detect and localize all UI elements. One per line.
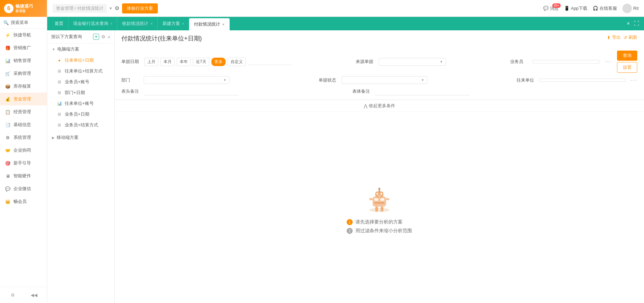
svg-rect-9 [379, 189, 380, 192]
scheme-item-counterpart-settle[interactable]: ⊞ 往来单位+结算方式 [47, 66, 114, 77]
page-header: 付款情况统计(往来单位+日期) ⬆ 导出 ↺ 刷新 [115, 30, 644, 47]
search-icon: 🔍 [3, 20, 9, 25]
quicknav-icon: ⚡ [5, 32, 11, 38]
sidebar-collapse-btn[interactable]: ◀◀ [25, 291, 44, 300]
sidebar-item-label: 快捷导航 [13, 32, 31, 38]
topbar-dropdown-btn[interactable]: ▾ [110, 6, 112, 11]
tab-receipts-label: 收款情况统计 [122, 21, 148, 27]
date-custom-btn[interactable]: 自定义 [228, 58, 246, 66]
counterpart-more-btn[interactable]: ··· [631, 77, 637, 83]
logo-icon: 6 [4, 4, 13, 13]
date-last-month-btn[interactable]: 上月 [144, 58, 158, 66]
scheme-item-counterpart-date[interactable]: ● 往来单位+日期 [47, 55, 114, 66]
refresh-button[interactable]: ↺ 刷新 [623, 34, 637, 40]
sidebar-item-marketing[interactable]: 🎁 营销推广 [0, 41, 47, 54]
tab-receipts-close[interactable]: × [150, 22, 152, 26]
sidebar-item-system[interactable]: ⚙ 系统管理 [0, 131, 47, 144]
scheme-item-salesman-account[interactable]: ⊞ 业务员+账号 [47, 77, 114, 87]
page-title: 付款情况统计(往来单位+日期) [121, 34, 202, 42]
scheme-collapse-btn[interactable]: « [108, 34, 110, 39]
svg-rect-11 [369, 198, 373, 200]
collapse-more-btn[interactable]: ⋀ 收起更多条件 [115, 100, 644, 112]
app-download-btn[interactable]: 📱 App下载 [564, 5, 587, 11]
tab-cashflow-close[interactable]: × [110, 22, 112, 26]
sidebar-item-company[interactable]: 🤝 企业协同 [0, 144, 47, 157]
body-note-input[interactable] [375, 87, 470, 95]
sidebar-item-basic[interactable]: 📑 基础信息 [0, 118, 47, 131]
scheme-item-dept-date[interactable]: ⊞ 部门+日期 [47, 87, 114, 98]
tab-payments[interactable]: 付款情况统计 × [189, 18, 229, 30]
service-btn[interactable]: 🎧 在线客服 [593, 5, 617, 11]
sidebar-settings-btn[interactable]: ⚙ [3, 291, 22, 300]
sidebar-item-weixin[interactable]: 💬 企业微信 [0, 182, 47, 195]
tab-cashflow[interactable]: 现金银行流水查询 × [68, 17, 117, 30]
salesman-more-btn[interactable]: ··· [605, 59, 612, 65]
sidebar-item-label: 销售管理 [13, 58, 31, 64]
tab-payments-close[interactable]: × [222, 22, 224, 26]
date-range-input[interactable]: 2022-01-01 至 2022-12-31 [248, 59, 292, 65]
doc-status-select[interactable]: ▾ [342, 76, 428, 84]
sidebar-item-quicknav[interactable]: ⚡ 快捷导航 [0, 29, 47, 41]
fund-icon: 💰 [5, 96, 11, 102]
source-label: 来源单据 [356, 59, 373, 65]
salesman-select[interactable] [532, 60, 600, 63]
date-this-year-btn[interactable]: 本年 [177, 58, 191, 66]
scheme-item-label: 业务员+结算方式 [65, 122, 98, 128]
scheme-add-btn[interactable]: + [93, 34, 99, 40]
tab-home[interactable]: 首页 [50, 17, 68, 30]
counterpart-select[interactable] [539, 79, 625, 82]
sidebar-item-sales[interactable]: 📊 销售管理 [0, 54, 47, 67]
tab-receipts[interactable]: 收款情况统计 × [117, 17, 157, 30]
sidebar-search-label: 搜索菜单 [11, 20, 28, 26]
message-icon: 💬 [543, 6, 549, 11]
doc-status-chevron-icon: ▾ [422, 78, 424, 82]
settings-button[interactable]: 设置 [617, 62, 637, 73]
tab-fullscreen-btn[interactable]: ⛶ [632, 21, 641, 27]
user-info[interactable]: Rit [622, 4, 639, 13]
scheme-item-salesman-date[interactable]: ⊞ 业务员+日期 [47, 109, 114, 120]
dept-select[interactable]: ▾ [144, 76, 230, 84]
sidebar-item-inventory[interactable]: 📦 库存核算 [0, 80, 47, 93]
scheme-item-salesman-settle[interactable]: ⊞ 业务员+结算方式 [47, 120, 114, 130]
date-more-btn[interactable]: 更多 [211, 58, 226, 66]
content-area: 按以下方案查询 + ⚙ « ▼ 电脑端方案 ● 往来单位+日期 [47, 30, 644, 303]
filter-area: 付款情况统计(往来单位+日期) ⬆ 导出 ↺ 刷新 单据日期 [115, 30, 644, 303]
scheme-group-desktop-title[interactable]: ▼ 电脑端方案 [47, 43, 114, 55]
header-note-input[interactable] [144, 87, 239, 95]
svg-rect-12 [385, 198, 389, 200]
topbar-left: 资金管理 / 付款情况统计 ▾ ⚙ 体验行业方案 [53, 3, 539, 13]
scheme-settings-btn[interactable]: ⚙ [101, 34, 106, 39]
sidebar-search[interactable]: 🔍 搜索菜单 [0, 17, 47, 29]
sidebar-item-label: 营销推广 [13, 45, 31, 51]
sidebar-item-member[interactable]: 👑 畅会员 [0, 195, 47, 208]
scheme-panel-actions: + ⚙ « [93, 34, 110, 40]
topbar-gear-btn[interactable]: ⚙ [115, 5, 119, 11]
breadcrumb: 资金管理 / 付款情况统计 [53, 4, 107, 13]
scheme-item-label: 往来单位+结算方式 [65, 68, 103, 74]
sidebar-item-guide[interactable]: 🎯 新手引导 [0, 157, 47, 170]
sidebar-item-fund[interactable]: 💰 资金管理 [0, 93, 47, 105]
tab-cashflow-label: 现金银行流水查询 [73, 21, 108, 27]
scheme-group-mobile-title[interactable]: ▶ 移动端方案 [47, 132, 114, 143]
refresh-icon: ↺ [623, 35, 627, 40]
scheme-item-counterpart-account[interactable]: 📊 往来单位+账号 [47, 98, 114, 109]
query-button[interactable]: 查询 [617, 51, 637, 61]
export-button[interactable]: ⬆ 导出 [607, 34, 621, 40]
hint-text-2: 用过滤条件来缩小分析范围 [355, 228, 412, 234]
tab-new[interactable]: 新建方案 × [158, 17, 189, 30]
source-select[interactable]: ▾ [379, 58, 446, 66]
tab-new-close[interactable]: × [182, 22, 184, 26]
date-this-month-btn[interactable]: 本月 [160, 58, 175, 66]
date-7days-btn[interactable]: 近7天 [193, 58, 209, 66]
tab-close-all-btn[interactable]: × [625, 21, 632, 27]
topbar-right: 💬 消息 99+ 📱 App下载 🎧 在线客服 Rit [543, 4, 639, 13]
scheme-item-label: 业务员+日期 [65, 111, 89, 117]
smart-icon: 🖥 [5, 173, 11, 179]
sidebar-item-operation[interactable]: 📋 经营管理 [0, 105, 47, 118]
trial-button[interactable]: 体验行业方案 [122, 3, 158, 13]
purchase-icon: 🛒 [5, 70, 11, 77]
sidebar-item-purchase[interactable]: 🛒 采购管理 [0, 67, 47, 80]
message-btn[interactable]: 💬 消息 99+ [543, 5, 559, 11]
sidebar-item-smart[interactable]: 🖥 智能硬件 [0, 170, 47, 182]
collapse-chevron-icon: ⋀ [364, 103, 368, 109]
